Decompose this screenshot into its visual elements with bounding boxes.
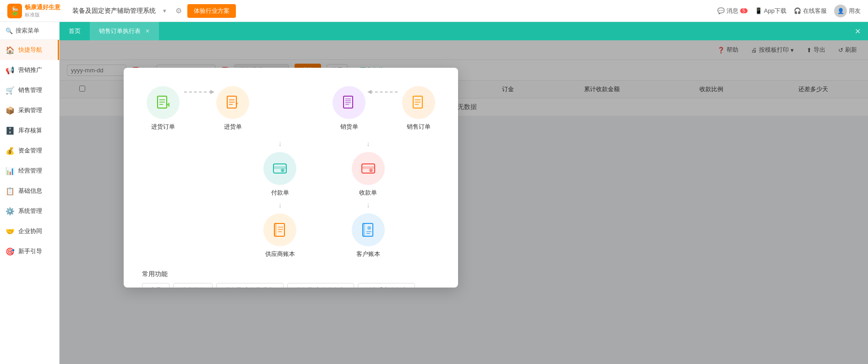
sidebar-item-inventory[interactable]: 🗄️ 库存核算 bbox=[0, 120, 59, 141]
svg-rect-22 bbox=[274, 223, 277, 236]
flow-row2-arrows: ↓ ¥ 付款单 ↓ bbox=[142, 140, 440, 263]
logo-icon: 🍃 bbox=[7, 4, 22, 18]
chart-icon: 📊 bbox=[5, 166, 15, 175]
sidebar-item-cooperation[interactable]: 🤝 企业协同 bbox=[0, 221, 59, 241]
content-area: 首页 销售订单执行表 ✕ ✕ ❓ 帮助 🖨 bbox=[60, 22, 868, 364]
supplier-ledger-icon bbox=[263, 213, 296, 246]
cf-btn-goods[interactable]: 商品 bbox=[142, 283, 169, 288]
app-download-item[interactable]: 📱 App下载 bbox=[755, 7, 786, 15]
sales-bill-label: 销货单 bbox=[340, 123, 358, 131]
customer-ledger-label: 客户账本 bbox=[356, 250, 380, 258]
dropdown-icon[interactable]: ▾ bbox=[163, 7, 166, 14]
gear-icon: ⚙️ bbox=[5, 206, 15, 216]
common-buttons-row: 商品 往来单位 现存量(库存状况表) 现存量(库存分布表) 销售毛利分析表 商品… bbox=[142, 283, 440, 288]
cf-btn-stock-dist[interactable]: 现存量(库存分布表) bbox=[287, 283, 355, 288]
svg-rect-18 bbox=[273, 166, 286, 169]
search-icon: 🔍 bbox=[5, 27, 13, 34]
arrow-left-1: ◀ bbox=[370, 81, 398, 92]
receipt-icon: ¥ bbox=[352, 152, 385, 185]
cf-btn-sales-profit[interactable]: 销售毛利分析表 bbox=[358, 283, 415, 288]
list-icon: 📋 bbox=[5, 186, 15, 196]
home-icon: 🏠 bbox=[5, 45, 15, 54]
svg-rect-8 bbox=[344, 96, 353, 108]
customer-ledger-icon bbox=[352, 213, 385, 246]
headset-icon: 🎧 bbox=[794, 7, 801, 14]
inventory-icon: 🗄️ bbox=[5, 126, 15, 135]
money-icon: 💰 bbox=[5, 146, 15, 155]
sales-order-label: 销售订单 bbox=[407, 123, 431, 131]
online-service-item[interactable]: 🎧 在线客服 bbox=[794, 7, 827, 15]
sidebar-item-sales[interactable]: 🛒 销售管理 bbox=[0, 80, 59, 100]
user-avatar: 👤 bbox=[834, 5, 847, 17]
sidebar-item-newbie[interactable]: 🎯 新手引导 bbox=[0, 241, 59, 261]
phone-icon: 📱 bbox=[755, 7, 762, 14]
tab-bar: 首页 销售订单执行表 ✕ ✕ bbox=[60, 22, 868, 40]
tab-home[interactable]: 首页 bbox=[60, 22, 90, 40]
supplier-ledger-label: 供应商账本 bbox=[265, 250, 295, 258]
sidebar: 🔍 搜索菜单 🏠 快捷导航 📢 营销推广 🛒 销售管理 📦 采购管理 🗄️ bbox=[0, 22, 60, 364]
message-badge: 5 bbox=[740, 8, 748, 13]
receipt-label: 收款单 bbox=[359, 189, 377, 197]
top-right-area: 💬 消息 5 📱 App下载 🎧 在线客服 👤 用友 bbox=[717, 5, 861, 17]
payment-icon: ¥ bbox=[263, 152, 296, 185]
tab-sales-order-exec[interactable]: 销售订单执行表 ✕ bbox=[90, 22, 159, 40]
purchase-order-label: 进货订单 bbox=[151, 123, 175, 131]
flow-node-supplier-ledger[interactable]: 供应商账本 bbox=[259, 209, 301, 263]
message-item[interactable]: 💬 消息 5 bbox=[717, 7, 748, 15]
flow-node-purchase-order[interactable]: 进货订单 bbox=[142, 81, 184, 136]
trial-button[interactable]: 体验行业方案 bbox=[187, 4, 236, 18]
message-icon: 💬 bbox=[717, 7, 725, 14]
sidebar-item-basicinfo[interactable]: 📋 基础信息 bbox=[0, 181, 59, 201]
box-icon: 📦 bbox=[5, 106, 15, 115]
svg-rect-31 bbox=[363, 223, 365, 236]
arrow-right-1: ▶ bbox=[184, 81, 212, 92]
flow-node-receipt[interactable]: ¥ 收款单 bbox=[347, 147, 389, 201]
purchase-bill-icon bbox=[216, 86, 249, 119]
flow-node-customer-ledger[interactable]: 客户账本 bbox=[347, 209, 389, 263]
cart-icon: 🛒 bbox=[5, 86, 15, 95]
svg-rect-27 bbox=[362, 166, 375, 169]
purchase-bill-label: 进货单 bbox=[224, 123, 242, 131]
sidebar-item-operation[interactable]: 📊 经营管理 bbox=[0, 161, 59, 181]
flow-node-sales-order[interactable]: 销售订单 bbox=[398, 81, 440, 136]
svg-point-32 bbox=[367, 226, 371, 230]
popup-box: 进货订单 ▶ bbox=[124, 68, 458, 288]
flow-diagram: 进货订单 ▶ bbox=[142, 81, 440, 136]
payment-label: 付款单 bbox=[271, 189, 289, 197]
flow-node-payment[interactable]: ¥ 付款单 bbox=[259, 147, 301, 201]
search-menu[interactable]: 🔍 搜索菜单 bbox=[0, 22, 59, 40]
sidebar-item-finance[interactable]: 💰 资金管理 bbox=[0, 141, 59, 161]
page-content: ❓ 帮助 🖨 按模板打印 ▾ ⬆ 导出 ↺ 刷新 bbox=[60, 40, 868, 364]
cf-btn-partners[interactable]: 往来单位 bbox=[173, 283, 213, 288]
flow-node-sales-bill[interactable]: 销货单 bbox=[328, 81, 370, 136]
handshake-icon: 🤝 bbox=[5, 227, 15, 236]
tab-close-icon[interactable]: ✕ bbox=[145, 28, 150, 34]
sales-order-icon bbox=[402, 86, 435, 119]
purchase-order-icon bbox=[147, 86, 180, 119]
guide-icon: 🎯 bbox=[5, 247, 15, 256]
system-title: 装备及固定资产辅助管理系统 bbox=[72, 7, 156, 15]
sidebar-item-quick-nav[interactable]: 🏠 快捷导航 bbox=[0, 40, 59, 60]
sidebar-item-purchase[interactable]: 📦 采购管理 bbox=[0, 100, 59, 120]
user-avatar-item[interactable]: 👤 用友 bbox=[834, 5, 861, 17]
close-content-icon[interactable]: ✕ bbox=[855, 27, 861, 36]
settings-icon[interactable]: ⚙ bbox=[175, 6, 182, 15]
sidebar-item-marketing[interactable]: 📢 营销推广 bbox=[0, 60, 59, 80]
logo-text: 畅康通好生意 标准版 bbox=[25, 4, 60, 18]
flow-node-purchase-bill[interactable]: 进货单 bbox=[212, 81, 254, 136]
megaphone-icon: 📢 bbox=[5, 65, 15, 75]
popup-overlay[interactable]: 进货订单 ▶ bbox=[60, 40, 868, 364]
sales-bill-icon bbox=[333, 86, 366, 119]
common-functions-title: 常用功能 bbox=[142, 270, 440, 278]
logo-area: 🍃 畅康通好生意 标准版 bbox=[7, 4, 67, 18]
sidebar-item-system[interactable]: ⚙️ 系统管理 bbox=[0, 201, 59, 221]
cf-btn-stock-status[interactable]: 现存量(库存状况表) bbox=[216, 283, 284, 288]
common-functions: 常用功能 商品 往来单位 现存量(库存状况表) 现存量(库存分布表) 销售毛利分… bbox=[142, 270, 440, 288]
